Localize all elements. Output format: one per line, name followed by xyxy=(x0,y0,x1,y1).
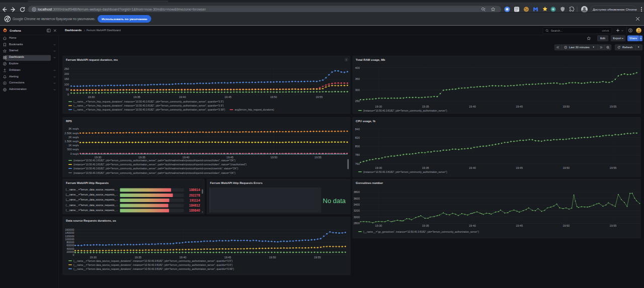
svg-text:19:35: 19:35 xyxy=(133,95,140,99)
svg-text:19:30: 19:30 xyxy=(375,224,382,227)
svg-text:350: 350 xyxy=(355,77,360,80)
svg-text:3800: 3800 xyxy=(354,190,360,194)
svg-text:150: 150 xyxy=(64,77,69,80)
svg-text:19:55: 19:55 xyxy=(610,166,617,169)
svg-text:250: 250 xyxy=(355,100,360,103)
svg-text:60000: 60000 xyxy=(66,244,74,247)
svg-text:2.50K req/s: 2.50K req/s xyxy=(64,132,78,135)
svg-text:19:50: 19:50 xyxy=(562,224,570,227)
svg-text:2K req/s: 2K req/s xyxy=(68,136,79,139)
svg-text:3600: 3600 xyxy=(354,197,360,200)
svg-text:19:35: 19:35 xyxy=(422,166,429,169)
svg-text:19:30: 19:30 xyxy=(90,256,97,259)
svg-text:19:50: 19:50 xyxy=(562,166,570,169)
svg-text:19:45: 19:45 xyxy=(226,156,233,159)
svg-text:3200: 3200 xyxy=(354,209,360,212)
svg-text:19:55: 19:55 xyxy=(315,95,323,99)
svg-text:100000: 100000 xyxy=(65,238,74,241)
svg-text:19:40: 19:40 xyxy=(469,224,476,227)
svg-text:3K req/s: 3K req/s xyxy=(68,127,79,130)
svg-text:3000: 3000 xyxy=(354,216,360,219)
svg-text:19:40: 19:40 xyxy=(180,256,187,259)
svg-text:19:40: 19:40 xyxy=(469,166,476,169)
svg-text:19:55: 19:55 xyxy=(610,105,617,108)
svg-text:80000: 80000 xyxy=(66,241,74,244)
svg-text:19:45: 19:45 xyxy=(224,95,231,99)
svg-text:820: 820 xyxy=(355,136,360,139)
svg-text:19:40: 19:40 xyxy=(179,95,186,99)
svg-text:200: 200 xyxy=(64,72,69,75)
svg-text:19:45: 19:45 xyxy=(516,105,523,108)
svg-text:160000: 160000 xyxy=(65,228,74,231)
svg-text:19:30: 19:30 xyxy=(88,95,95,99)
svg-text:3400: 3400 xyxy=(354,203,360,206)
svg-text:19:45: 19:45 xyxy=(224,256,231,259)
svg-text:19:50: 19:50 xyxy=(269,256,276,259)
svg-text:40000: 40000 xyxy=(66,247,74,250)
svg-text:140000: 140000 xyxy=(65,231,74,234)
svg-text:19:55: 19:55 xyxy=(314,156,321,159)
svg-text:800: 800 xyxy=(355,145,360,148)
svg-text:0: 0 xyxy=(67,93,69,96)
svg-text:1K req/s: 1K req/s xyxy=(68,144,79,147)
svg-text:19:35: 19:35 xyxy=(422,224,429,227)
svg-text:0: 0 xyxy=(72,253,74,256)
svg-text:50: 50 xyxy=(66,88,69,91)
svg-text:19:35: 19:35 xyxy=(422,105,429,108)
svg-text:500 req/s: 500 req/s xyxy=(67,148,79,151)
svg-text:0 req/s: 0 req/s xyxy=(70,152,79,155)
svg-text:19:45: 19:45 xyxy=(516,166,523,169)
svg-text:19:40: 19:40 xyxy=(183,156,190,159)
svg-text:840: 840 xyxy=(355,128,360,131)
svg-text:19:50: 19:50 xyxy=(562,105,570,108)
svg-text:19:50: 19:50 xyxy=(271,156,278,159)
svg-text:19:40: 19:40 xyxy=(469,105,476,108)
svg-text:2800: 2800 xyxy=(354,222,360,225)
svg-text:19:30: 19:30 xyxy=(375,166,382,169)
svg-text:1.50K req/s: 1.50K req/s xyxy=(64,140,78,143)
svg-text:120000: 120000 xyxy=(65,235,74,238)
svg-text:19:35: 19:35 xyxy=(138,156,145,159)
svg-text:100: 100 xyxy=(64,83,69,86)
svg-text:250: 250 xyxy=(64,67,69,70)
svg-text:300: 300 xyxy=(355,88,360,91)
svg-text:20000: 20000 xyxy=(66,250,74,253)
svg-text:19:30: 19:30 xyxy=(375,105,382,108)
svg-text:760: 760 xyxy=(355,162,360,165)
svg-text:19:55: 19:55 xyxy=(610,224,617,227)
svg-text:400: 400 xyxy=(355,66,360,69)
svg-text:19:55: 19:55 xyxy=(314,256,321,259)
svg-text:?: ? xyxy=(629,29,631,32)
svg-text:19:30: 19:30 xyxy=(95,156,102,159)
svg-text:19:35: 19:35 xyxy=(134,256,141,259)
svg-text:780: 780 xyxy=(355,153,360,156)
svg-text:19:45: 19:45 xyxy=(516,224,523,227)
svg-text:19:50: 19:50 xyxy=(270,95,277,99)
